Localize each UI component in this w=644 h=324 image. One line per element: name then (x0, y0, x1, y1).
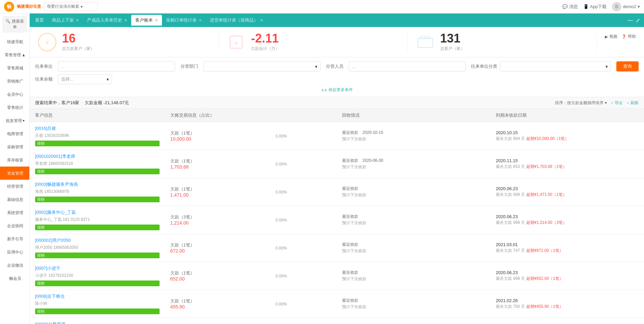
app-download-button[interactable]: 📱 App下载 (583, 4, 607, 10)
tab-close-icon[interactable]: ✕ (76, 18, 79, 23)
export-button[interactable]: ○ 导出 (611, 100, 623, 106)
export-icon: ○ (611, 100, 613, 105)
customer-name-link[interactable]: [0002]服务中心_丁磊 (35, 209, 160, 215)
last-collection: 最近收款 (342, 242, 485, 247)
overdue-link[interactable]: 超期¥455.90（1笔） (526, 304, 563, 309)
person-input[interactable]: ... (349, 61, 466, 71)
sidebar-item-basic-info[interactable]: 基础信息 (0, 193, 29, 206)
customer-name-link[interactable]: [0016]吕俊 (35, 125, 160, 131)
user-menu[interactable]: D demo2 ▾ (612, 2, 640, 11)
debt-amount[interactable]: 455.90 (170, 304, 265, 310)
debt-amount[interactable]: 1,214.00 (170, 220, 265, 226)
overdue-link[interactable]: 超期¥1,471.00（1笔） (526, 192, 567, 197)
refresh-label: 刷新 (631, 100, 639, 106)
filter-row-1: 往来单位 ... 分管部门 ▾ 分管人员 (35, 61, 639, 71)
debt-amount[interactable]: 1,703.68 (170, 164, 265, 170)
search-button[interactable]: 查询 (616, 61, 639, 71)
overdue-days: 最长欠款 998 天 超期¥1,214.00（3笔） (496, 220, 639, 226)
col-due-date: 到期未收款日期 (491, 109, 644, 122)
debt-amount[interactable]: 10,000.00 (170, 136, 265, 142)
due-date-info: 2021.03.01 最长欠款 747 天 超期¥672.00（1笔） (496, 242, 639, 254)
refresh-button[interactable]: ○ 刷新 (627, 100, 639, 106)
overdue-link[interactable]: 超期¥652.00（1笔） (526, 276, 563, 281)
due-date-cell: 2020.11.15 最长欠款 853 天 超期¥1,703.68（1笔） (491, 150, 644, 178)
sidebar-item-wechat[interactable]: 企业微信 (0, 259, 29, 272)
customer-meta: 海燕 18513066976 (35, 189, 160, 195)
sidebar-item-system[interactable]: 系统管理 (0, 206, 29, 219)
sidebar-item-retail-stats[interactable]: 零售统计 (0, 101, 29, 114)
tab-import-stats[interactable]: 进货单统计表（按商品） ✕ (206, 15, 267, 26)
tab-close-icon[interactable]: ✕ (124, 18, 127, 23)
recovery-cell: 最近收款 2020-10-15 预计下次收款 (337, 122, 490, 150)
customer-info-cell: [0016]吕俊 吕俊 13026203696 现销 (30, 122, 165, 150)
customer-info: [0003]畅捷服务尹海燕 海燕 18513066976 现销 (35, 181, 160, 202)
due-date-cell: 2021.02.26 最长欠款 750 天 超期¥455.90（1笔） (491, 290, 644, 318)
overdue-link[interactable]: 超期¥1,214.00（3笔） (526, 220, 567, 225)
table-row: [0016]吕俊 吕俊 13026203696 现销 欠款（1笔） 10,000… (30, 122, 644, 150)
sidebar-item-marketing[interactable]: 营销推广 (0, 75, 29, 88)
store-name: 母婴行业演示账套 (47, 4, 79, 9)
sidebar-item-purchase[interactable]: 采购管理 (0, 140, 29, 153)
debt-count: 欠款（1笔） (170, 270, 265, 276)
due-date-cell: 2020.06.23 最长欠款 998 天 超期¥1,471.00（1笔） (491, 178, 644, 206)
store-selector[interactable]: 母婴行业演示账套 ▾ (44, 2, 98, 11)
next-collection: 预计下次收款 (342, 192, 485, 198)
sidebar-item-inventory[interactable]: 库存核算 (0, 153, 29, 167)
customer-name-link[interactable]: [0006]去下粮仓 (35, 293, 160, 299)
sidebar-item-retail-store[interactable]: 零售商城 (0, 61, 29, 75)
dept-select[interactable]: ▾ (203, 61, 320, 71)
tab-purchase-order[interactable]: 采购订单统计表 ✕ (162, 15, 206, 26)
tabs-minimize-button[interactable]: — (627, 17, 633, 24)
message-button[interactable]: 💬 消息 (562, 4, 578, 10)
sidebar-item-finance[interactable]: 资金管理 (0, 167, 29, 180)
video-button[interactable]: ▶ 视频 (605, 34, 617, 39)
message-label: 消息 (569, 4, 578, 10)
sidebar-item-ops[interactable]: 经营管理 (0, 180, 29, 193)
results-text: 搜索结果中，客户16家 (35, 100, 79, 105)
customer-name-link[interactable]: [0007]小进干 (35, 265, 160, 271)
sidebar-item-enterprise[interactable]: 企业协同 (0, 219, 29, 232)
search-menu-button[interactable]: 🔍 搜索菜单 (3, 16, 27, 32)
tab-home[interactable]: 首页 (31, 15, 48, 26)
debt-amount[interactable]: 652.00 (170, 276, 265, 282)
search-icon: 🔍 (5, 19, 10, 24)
collapse-button[interactable]: ∧∧ 收起更多条件 (321, 87, 353, 93)
sidebar-item-retail-mgmt[interactable]: 零售管理 ▲ (0, 48, 29, 61)
sort-selector[interactable]: 排序：按欠款金额倒序排序 ▾ (555, 100, 607, 106)
customer-name-link[interactable]: [0003]畅捷服务尹海燕 (35, 181, 160, 187)
tab-close-icon[interactable]: ✕ (199, 18, 202, 23)
overdue-link[interactable]: 超期¥10,000.00（1笔） (526, 136, 569, 141)
tab-close-icon[interactable]: ✕ (260, 18, 263, 23)
sidebar-item-newcomer[interactable]: 新手引导 (0, 232, 29, 245)
col-customer-info: 客户信息 (30, 109, 165, 122)
tab-close-icon[interactable]: ✕ (155, 18, 158, 23)
help-button[interactable]: ❓ 帮助 (621, 34, 636, 39)
tabs-expand-button[interactable]: ⤢ (636, 17, 640, 24)
top-bar: 畅 畅捷通好生意 母婴行业演示账套 ▾ 💬 消息 📱 App下载 D demo2… (0, 0, 644, 13)
overdue-link[interactable]: 超期¥1,703.68（1笔） (526, 164, 567, 169)
sidebar-item-batch-mgmt[interactable]: 批发管理 ▾ (0, 114, 29, 127)
debt-amount[interactable]: 672.00 (170, 248, 265, 254)
tab-products[interactable]: 商品上下架 ✕ (48, 15, 83, 26)
sidebar-item-app-center[interactable]: 应用中心 (0, 245, 29, 259)
balance-select[interactable]: 选择... ▾ (58, 74, 112, 84)
sidebar-item-quick-nav[interactable]: 快捷导航 (0, 35, 29, 48)
customer-name-link[interactable]: [000001]黄思源 (35, 321, 160, 324)
customer-name-link[interactable]: [0001020001]李老师 (35, 153, 160, 159)
due-date-cell: 2020.06.23 最长欠款 998 天 超期¥652.00（1笔） (491, 262, 644, 290)
tab-customer-account[interactable]: 客户账本 ✕ (131, 15, 162, 26)
tab-production[interactable]: 产成品入库单历史 ✕ (83, 15, 131, 26)
sidebar-item-vip[interactable]: 畅会员 (0, 272, 29, 285)
sidebar-item-ecommerce[interactable]: 电商管理 (0, 127, 29, 140)
unit-category-select[interactable]: ▾ (500, 61, 611, 71)
customer-info: [0007]小进干 小进干 18279152100 现销 (35, 265, 160, 286)
overdue-days: 最长欠款 998 天 超期¥652.00（1笔） (496, 276, 639, 282)
next-collection: 预计下次收款 (342, 164, 485, 170)
debt-amount[interactable]: 1,471.00 (170, 192, 265, 198)
overdue-link[interactable]: 超期¥672.00（1笔） (526, 248, 563, 253)
sidebar-item-member[interactable]: 会员中心 (0, 88, 29, 101)
customer-name-link[interactable]: [000002]用户2050 (35, 237, 160, 243)
due-date: 2020.06.23 (496, 186, 639, 191)
debt-count-cell: 欠款（1笔） 455.90 (165, 290, 270, 318)
source-unit-input[interactable]: ... (58, 61, 175, 71)
